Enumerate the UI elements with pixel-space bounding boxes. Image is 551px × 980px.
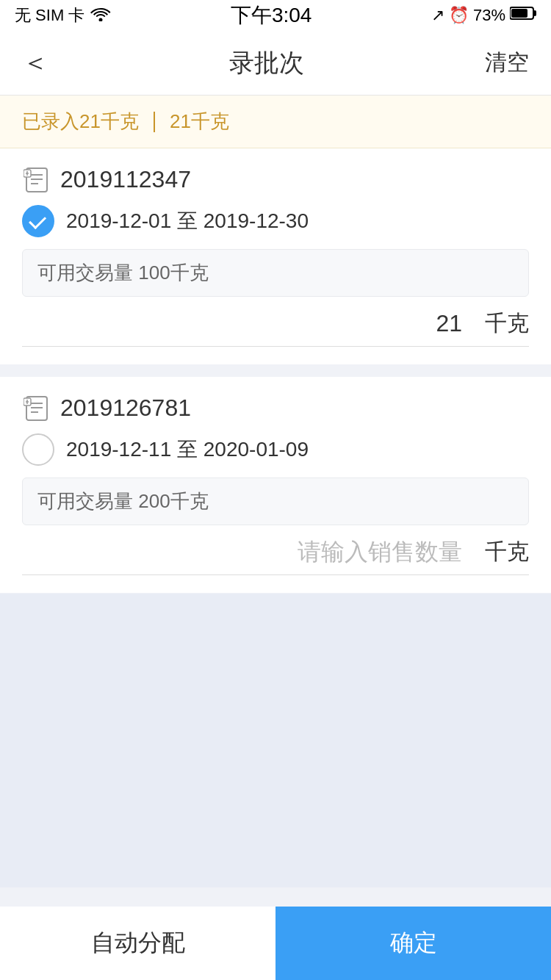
location-icon: ↗ bbox=[431, 6, 444, 25]
batch-input-1[interactable] bbox=[22, 310, 473, 337]
status-time: 下午3:04 bbox=[231, 1, 312, 29]
batch-header-2: 2019126781 bbox=[22, 394, 529, 422]
bottom-bar: 自动分配 确定 bbox=[0, 907, 551, 980]
batch-unit-1: 千克 bbox=[485, 309, 529, 339]
svg-point-0 bbox=[99, 18, 103, 22]
status-left: 无 SIM 卡 bbox=[15, 4, 111, 26]
nav-bar: ＜ 录批次 清空 bbox=[0, 31, 551, 96]
batch-number-1: 2019112347 bbox=[60, 166, 191, 193]
clear-button[interactable]: 清空 bbox=[485, 48, 529, 78]
content-area bbox=[0, 594, 551, 887]
alarm-icon: ⏰ bbox=[449, 6, 469, 25]
batch-number-2: 2019126781 bbox=[60, 394, 191, 422]
page-title: 录批次 bbox=[229, 46, 304, 80]
batch-volume-2: 可用交易量 200千克 bbox=[22, 478, 529, 525]
svg-rect-2 bbox=[533, 10, 536, 16]
batch-item-2: 2019126781 2019-12-11 至 2020-01-09 可用交易量… bbox=[0, 377, 551, 594]
info-banner: 已录入21千克 21千克 bbox=[0, 96, 551, 148]
batch-item-1: 2019112347 2019-12-01 至 2019-12-30 可用交易量… bbox=[0, 148, 551, 365]
batch-unit-2: 千克 bbox=[485, 537, 529, 567]
batch-date-1: 2019-12-01 至 2019-12-30 bbox=[66, 207, 309, 235]
batch-date-row-1: 2019-12-01 至 2019-12-30 bbox=[22, 205, 529, 237]
recorded-label: 已录入21千克 bbox=[22, 109, 139, 134]
battery-icon bbox=[510, 6, 536, 25]
item-separator bbox=[0, 365, 551, 377]
info-divider bbox=[154, 112, 155, 132]
radio-1[interactable] bbox=[22, 205, 54, 237]
status-right: ↗ ⏰ 73% bbox=[431, 6, 536, 25]
batch-date-row-2: 2019-12-11 至 2020-01-09 bbox=[22, 433, 529, 466]
sim-label: 无 SIM 卡 bbox=[15, 4, 84, 26]
batch-input-2[interactable] bbox=[22, 538, 473, 566]
batch-header-1: 2019112347 bbox=[22, 166, 529, 193]
batch-volume-1: 可用交易量 100千克 bbox=[22, 249, 529, 297]
wifi-icon bbox=[90, 5, 111, 26]
batch-date-2: 2019-12-11 至 2020-01-09 bbox=[66, 436, 309, 464]
back-button[interactable]: ＜ bbox=[22, 45, 48, 81]
doc-icon-1 bbox=[22, 167, 51, 193]
doc-icon-2 bbox=[22, 395, 51, 422]
svg-rect-3 bbox=[511, 9, 527, 18]
radio-2[interactable] bbox=[22, 433, 54, 466]
status-bar: 无 SIM 卡 下午3:04 ↗ ⏰ 73% bbox=[0, 0, 551, 31]
recorded-value: 21千克 bbox=[170, 109, 229, 134]
batch-input-row-1: 千克 bbox=[22, 309, 529, 347]
confirm-button[interactable]: 确定 bbox=[276, 907, 551, 980]
batch-input-row-2: 千克 bbox=[22, 537, 529, 575]
battery-label: 73% bbox=[473, 6, 505, 25]
auto-distribute-button[interactable]: 自动分配 bbox=[0, 907, 276, 980]
